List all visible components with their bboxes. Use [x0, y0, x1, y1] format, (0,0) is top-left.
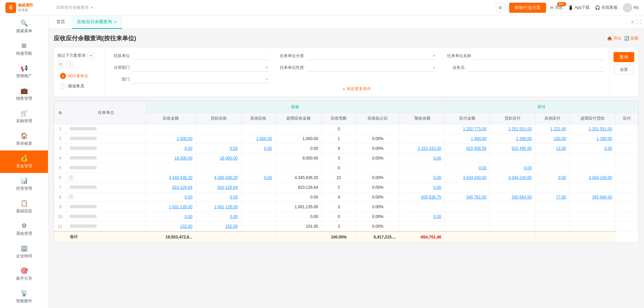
scheme-collapse-icon[interactable]: 《: [66, 61, 73, 68]
sidebar-item-basic-info[interactable]: 📋 基础信息: [0, 195, 48, 218]
query-option-by-staff[interactable]: ○ 按业务员: [57, 81, 101, 91]
col-pay-other: 其他应付: [535, 113, 570, 124]
page-content: 应收应付余额查询(按往来单位) 📤 导出 🔄 刷新: [48, 29, 644, 308]
tabs-bar: 首页 应收应付余额查询 × × ⛶: [48, 15, 644, 29]
scheme-settings-icon[interactable]: ⊙: [57, 61, 64, 68]
col-pay-extra: 应付: [616, 113, 638, 124]
col-settings[interactable]: ⚙: [54, 101, 66, 124]
sidebar-item-search-menu[interactable]: 🔍 搜索菜单: [0, 15, 48, 38]
cell-pay-overdue-9: [570, 212, 616, 222]
cell-pay-loan-3: [490, 153, 535, 163]
collapse-label: 收起更多条件: [347, 86, 371, 92]
cell-rec-loan-2: 0.00: [196, 144, 241, 153]
logo-icon: 6: [5, 2, 16, 13]
cell-rec-amount-9: 0.00: [146, 212, 196, 222]
by-partner-icon: ●: [60, 73, 66, 79]
cell-pay-overdue-6: [570, 183, 616, 192]
cell-rec-amount-10: 152.00: [146, 222, 196, 232]
purchase-icon: 🛒: [20, 109, 28, 117]
download-button[interactable]: 📱 App下载: [568, 5, 590, 10]
tab-expand-icon[interactable]: ⛶: [637, 19, 641, 25]
partner-name-input[interactable]: [474, 52, 604, 60]
cell-rec-loan-4: [196, 163, 241, 173]
search-menu-label: 搜索菜单: [16, 28, 32, 34]
cell-partner-0: [66, 124, 146, 134]
export-button[interactable]: 📤 导出: [607, 36, 622, 41]
salesman-input[interactable]: ···: [467, 64, 604, 72]
tab-close-icon[interactable]: ×: [114, 19, 117, 25]
sidebar-items: 🔍 搜索菜单 ⊞ 快捷导航 📢 营销推广 💼 销售管理 🛒 采购管理 🏠 库存核…: [0, 15, 48, 308]
support-button[interactable]: 🎧 在线客服: [595, 5, 618, 10]
sidebar-item-finance[interactable]: 💰 资金管理: [0, 150, 48, 173]
cell-partner-1: [66, 134, 146, 144]
table-scroll[interactable]: ⚙ 往来单位 应收 应付 应收金额 贷款应收 其他应收 超期应收金额: [54, 101, 638, 243]
cell-partner-9: [66, 212, 146, 222]
sidebar-item-smart-hw[interactable]: 📡 智能硬件: [0, 285, 48, 308]
tab-home[interactable]: 首页: [51, 15, 70, 29]
col-receivable-group: 应收: [146, 101, 445, 113]
footer-empty-8: [570, 231, 616, 243]
cell-pay-extra-3: [616, 153, 638, 163]
cell-pay-other-6: [535, 183, 570, 192]
by-partner-label: 按往来单位: [68, 73, 88, 79]
dept-mgr-select[interactable]: ▾: [132, 64, 269, 72]
sidebar-item-marketing[interactable]: 📢 营销推广: [0, 60, 48, 83]
add-scheme-icon[interactable]: +: [88, 52, 94, 59]
tab-close-window-icon[interactable]: ×: [631, 19, 634, 25]
sidebar-item-system[interactable]: ⚙ 系统管理: [0, 218, 48, 240]
sidebar-item-sales[interactable]: 💼 销售管理: [0, 83, 48, 105]
sidebar-item-inventory[interactable]: 🏠 库存核算: [0, 128, 48, 150]
dept-select[interactable]: ▾: [132, 76, 269, 83]
sales-icon: 💼: [20, 87, 28, 94]
breadcrumb-text: 应收应付余额查询: [56, 5, 89, 10]
table-settings-icon[interactable]: ⚙: [58, 111, 62, 115]
refresh-button[interactable]: 🔄 刷新: [624, 36, 639, 41]
cell-pay-extra-8: [616, 202, 638, 212]
cell-rec-overdue-4: [275, 163, 322, 173]
cell-rec-amount-1: 1,000.00: [146, 134, 196, 144]
sidebar-item-enterprise[interactable]: 🏢 企业协同: [0, 240, 48, 263]
sidebar-item-guide[interactable]: 🎯 新手引导: [0, 263, 48, 285]
cell-pay-extra-2: [616, 144, 638, 153]
collapse-button[interactable]: ∧ 收起更多条件: [342, 86, 371, 92]
query-option-by-partner[interactable]: ● 按往来单位: [57, 71, 101, 81]
table-row: 2 1,000.00 1,000.00 1,000.00 1 0.00% 1,4…: [54, 134, 638, 144]
cell-rec-ratio-7: 0.00%: [356, 192, 399, 202]
promo-button[interactable]: 体验行业方案: [509, 3, 546, 13]
cell-rownum-4: 5: [54, 163, 66, 173]
cell-rec-ratio-4: [356, 163, 399, 173]
cell-rownum-2: 3: [54, 144, 66, 153]
partner-category-select[interactable]: ▾: [307, 52, 436, 60]
query-button[interactable]: 查询: [613, 52, 634, 62]
cell-rec-overdue-5: 4,345,436.20: [275, 173, 322, 183]
tab-balance-query[interactable]: 应收应付余额查询 ×: [72, 15, 122, 29]
table-row: 3 0.00 0.00 0.00 0.00 9 0.00% 2,153,333.…: [54, 144, 638, 153]
cell-rownum-0: 1: [54, 124, 66, 134]
sidebar-item-quick-nav[interactable]: ⊞ 快捷导航: [0, 38, 48, 60]
footer-empty-3: [241, 231, 275, 243]
logo-name: 畅捷通吧: [18, 3, 33, 8]
quick-nav-icon: ⊞: [21, 42, 26, 49]
cell-pay-other-5: 0.00: [535, 173, 570, 183]
partner-nature-select[interactable]: ▾: [307, 64, 436, 72]
cell-pay-other-0: 1,222.00: [535, 124, 570, 134]
cell-partner-6: [66, 183, 146, 192]
cell-pay-amount-4: 0.00: [445, 163, 490, 173]
settings-button[interactable]: 设置: [614, 65, 634, 75]
cell-rec-loan-7: 0.00: [196, 192, 241, 202]
marketing-icon: 📢: [20, 64, 28, 72]
cell-rec-advance-8: [399, 202, 445, 212]
gear-button[interactable]: ⚙: [496, 3, 505, 12]
sidebar-item-operation[interactable]: 📊 经营管理: [0, 173, 48, 195]
filter-row-3: 部门 ▾: [110, 76, 604, 83]
cell-rec-count-1: 1: [322, 134, 356, 144]
settlement-unit-input[interactable]: ···: [132, 52, 269, 60]
messages-button[interactable]: ✉ 消息 99+: [550, 5, 563, 10]
enterprise-icon: 🏢: [20, 245, 28, 252]
cell-rec-ratio-8: 0.00%: [356, 202, 399, 212]
breadcrumb-chevron-icon[interactable]: ▾: [91, 6, 93, 9]
user-area[interactable]: Rit: [623, 3, 639, 12]
query-label-row: 按以下方案查询 + ⊙ 《: [57, 52, 101, 68]
sidebar-item-purchase[interactable]: 🛒 采购管理: [0, 105, 48, 128]
cell-partner-4: [66, 163, 146, 173]
